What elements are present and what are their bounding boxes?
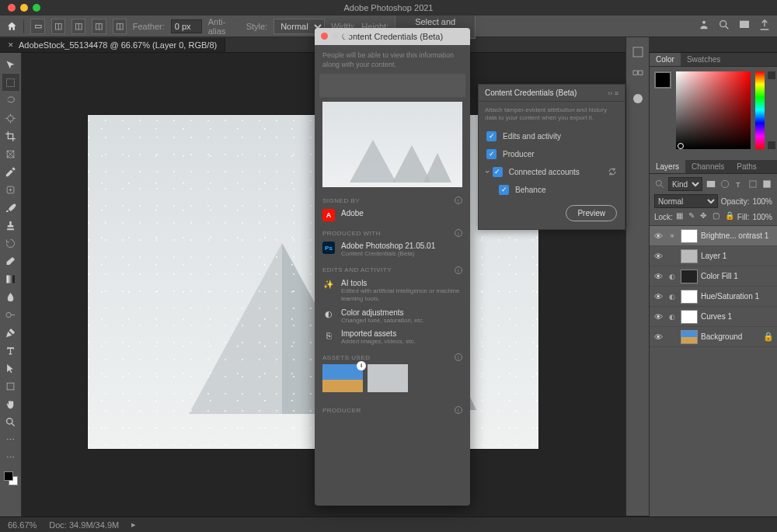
marquee-tool[interactable] <box>2 74 19 91</box>
layer-name[interactable]: Background <box>701 332 742 341</box>
crop-tool[interactable] <box>2 127 19 144</box>
close-tab-icon[interactable]: ✕ <box>8 41 14 49</box>
layer-thumb[interactable] <box>681 290 698 304</box>
lock-pixels-icon[interactable]: ▦ <box>676 211 685 222</box>
filter-image-icon[interactable] <box>706 179 716 190</box>
layer-thumb[interactable] <box>681 249 698 263</box>
status-chevron-icon[interactable]: ▸ <box>131 520 136 530</box>
lock-all-icon[interactable]: 🔒 <box>725 211 734 222</box>
info-icon[interactable]: i <box>455 196 462 204</box>
stamp-tool[interactable] <box>2 217 19 234</box>
dodge-tool[interactable] <box>2 306 19 323</box>
filter-adjust-icon[interactable] <box>720 179 730 190</box>
info-icon[interactable]: i <box>455 353 462 361</box>
pen-tool[interactable] <box>2 324 19 341</box>
lasso-tool[interactable] <box>2 92 19 109</box>
properties-panel-icon[interactable] <box>631 68 645 82</box>
paths-tab[interactable]: Paths <box>730 160 763 173</box>
upload-icon[interactable] <box>758 19 771 31</box>
close-icon[interactable] <box>321 33 328 40</box>
lock-move-icon[interactable]: ✥ <box>700 211 709 222</box>
path-select-tool[interactable] <box>2 360 19 377</box>
foreground-background-swatch[interactable] <box>4 471 18 485</box>
info-icon[interactable]: i <box>455 406 462 414</box>
checkbox-icon[interactable]: ✓ <box>499 185 509 195</box>
history-brush-tool[interactable] <box>2 235 19 252</box>
layer-name[interactable]: Hue/Saturation 1 <box>701 292 759 301</box>
checkbox-icon[interactable]: ✓ <box>486 149 497 159</box>
close-window-button[interactable] <box>8 4 16 12</box>
cc-option-edits[interactable]: ✓ Edits and activity <box>479 127 625 145</box>
fill-value[interactable]: 100% <box>752 213 772 221</box>
frame-tool[interactable] <box>2 145 19 162</box>
info-icon[interactable]: i <box>455 266 462 274</box>
document-canvas[interactable] <box>88 115 538 449</box>
visibility-icon[interactable]: 👁 <box>653 252 664 261</box>
asset-thumb[interactable] <box>368 364 408 392</box>
color-field[interactable] <box>676 71 751 149</box>
visibility-icon[interactable]: 👁 <box>653 231 664 241</box>
asset-thumb[interactable]: i <box>322 364 363 392</box>
filter-icon[interactable] <box>654 179 665 190</box>
info-icon[interactable]: i <box>455 229 462 237</box>
preview-button[interactable]: Preview <box>566 205 617 221</box>
zoom-level[interactable]: 66.67% <box>8 520 37 530</box>
blur-tool[interactable] <box>2 288 19 305</box>
maximize-window-button[interactable] <box>33 4 40 12</box>
channels-tab[interactable]: Channels <box>685 160 730 173</box>
hue-slider[interactable] <box>755 71 765 149</box>
cc-option-behance[interactable]: ✓ Behance <box>479 181 625 199</box>
minimize-window-button[interactable] <box>20 4 28 12</box>
shape-tool[interactable] <box>2 377 19 395</box>
gradient-tool[interactable] <box>2 270 19 287</box>
layer-name[interactable]: Layer 1 <box>701 252 726 260</box>
cc-option-accounts[interactable]: ✓ Connected accounts <box>479 163 625 181</box>
filter-smart-icon[interactable] <box>761 179 772 190</box>
color-marker[interactable] <box>678 143 684 149</box>
feather-input[interactable] <box>171 19 202 33</box>
layer-row[interactable]: 👁 Background 🔒 <box>650 327 777 347</box>
color-swatch[interactable] <box>654 71 671 89</box>
layer-thumb[interactable] <box>681 330 698 344</box>
lock-artboard-icon[interactable]: ▢ <box>713 211 722 222</box>
layer-kind-select[interactable]: Kind <box>668 177 702 191</box>
layer-row[interactable]: 👁◐ Curves 1 <box>650 307 777 327</box>
checkbox-icon[interactable]: ✓ <box>493 167 503 177</box>
color-tab[interactable]: Color <box>650 53 681 66</box>
hue-top-button[interactable] <box>768 71 775 79</box>
layers-tab[interactable]: Layers <box>650 160 685 173</box>
history-panel-icon[interactable] <box>631 45 645 59</box>
add-selection-button[interactable]: ◫ <box>71 19 85 34</box>
cc-option-producer[interactable]: ✓ Producer <box>479 145 625 163</box>
workspace-icon[interactable] <box>738 19 751 31</box>
cc-dialog-titlebar[interactable]: Content Credentials (Beta) <box>315 28 470 45</box>
layer-row[interactable]: 👁 Layer 1 <box>650 246 777 266</box>
eraser-tool[interactable] <box>2 252 19 269</box>
new-selection-button[interactable]: ◫ <box>51 19 65 34</box>
eyedropper-tool[interactable] <box>2 163 19 180</box>
move-tool[interactable] <box>2 56 19 73</box>
layer-thumb[interactable] <box>681 269 698 283</box>
search-icon[interactable] <box>718 19 730 31</box>
quick-select-tool[interactable] <box>2 110 19 127</box>
layer-name[interactable]: Color Fill 1 <box>701 272 738 280</box>
layer-name[interactable]: Brightne... ontrast 1 <box>701 231 768 240</box>
checkbox-icon[interactable]: ✓ <box>486 131 497 141</box>
layer-row[interactable]: 👁◐ Color Fill 1 <box>650 266 777 287</box>
hand-tool[interactable] <box>2 395 19 412</box>
layer-row[interactable]: 👁◐ Hue/Saturation 1 <box>650 287 777 307</box>
visibility-icon[interactable]: 👁 <box>653 292 664 301</box>
home-icon[interactable] <box>6 20 17 33</box>
filter-shape-icon[interactable] <box>747 179 758 190</box>
visibility-icon[interactable]: 👁 <box>653 332 664 342</box>
blend-mode-select[interactable]: Normal <box>654 194 718 208</box>
lock-icon[interactable]: 🔒 <box>763 332 774 342</box>
share-icon[interactable] <box>698 19 710 31</box>
lock-position-icon[interactable]: ✎ <box>688 211 698 222</box>
collapse-icon[interactable]: ›› ≡ <box>608 89 618 97</box>
type-tool[interactable] <box>2 342 19 359</box>
filter-type-icon[interactable]: T <box>733 179 744 190</box>
subtract-selection-button[interactable]: ◫ <box>92 19 106 34</box>
info-badge-icon[interactable]: i <box>357 361 366 370</box>
zoom-tool[interactable] <box>2 413 19 430</box>
